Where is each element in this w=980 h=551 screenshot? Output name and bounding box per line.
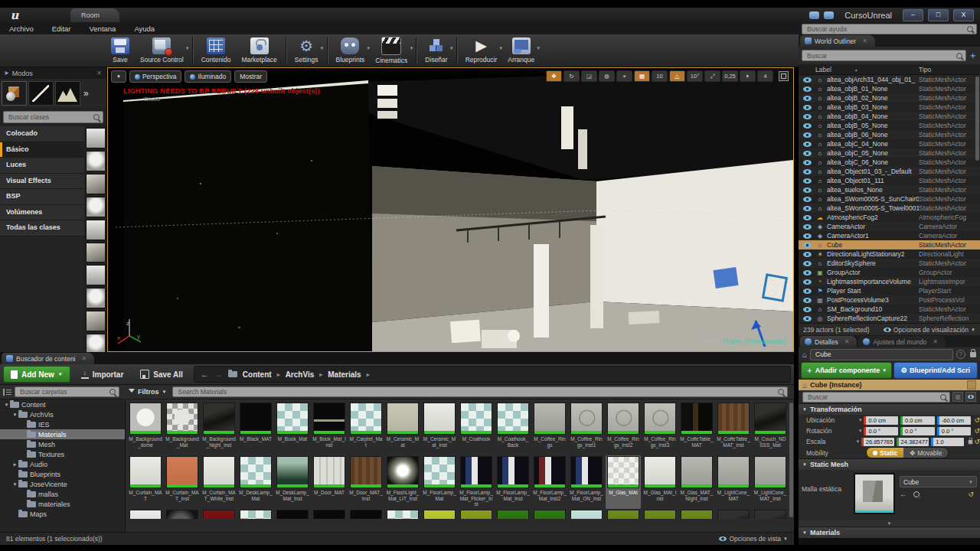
visibility-icon[interactable] [803, 289, 812, 294]
location-z-field[interactable]: -60.0 cm [937, 416, 972, 425]
actor-name-input[interactable] [814, 350, 949, 359]
folder-item-materials[interactable]: Materials [0, 429, 125, 439]
asset-tile[interactable]: M_Black_MAT [238, 402, 273, 455]
placeable-item-thumbnail[interactable] [86, 174, 106, 194]
use-selected-icon[interactable]: ← [900, 490, 907, 498]
translate-tool-button[interactable]: ✥ [546, 70, 562, 82]
asset-tile[interactable]: M_FlashLight_Mat_LIT_Inst [385, 455, 420, 509]
category-bsp[interactable]: BSP [0, 189, 84, 205]
visibility-icon[interactable] [803, 224, 812, 230]
minimize-button[interactable]: – [903, 9, 923, 21]
close-icon[interactable]: ✕ [844, 338, 850, 345]
asset-tile[interactable]: M_FloorLamp_Mat [422, 455, 457, 509]
chevron-down-icon[interactable]: ▼ [185, 46, 190, 51]
visibility-icon[interactable] [803, 77, 812, 83]
visibility-icon[interactable] [803, 169, 812, 174]
visibility-icon[interactable] [803, 151, 812, 156]
outliner-row[interactable]: ⌂altea_objB_02_NoneStaticMeshActor [799, 93, 980, 103]
asset-tile[interactable]: M_Door_MAT_Inst [348, 455, 384, 509]
actor-name-field[interactable] [810, 349, 953, 360]
camera-speed-value[interactable]: 4 [757, 70, 773, 82]
visibility-icon[interactable] [803, 178, 812, 184]
menu-ayuda[interactable]: Ayuda [125, 24, 164, 33]
surface-snap-button[interactable]: ⌖ [616, 70, 632, 82]
asset-tile[interactable]: M_Background_Mat [165, 402, 200, 455]
angle-snap-button[interactable]: △ [669, 70, 685, 82]
angle-snap-value[interactable]: 10° [687, 70, 703, 82]
scale-lock-icon[interactable] [969, 439, 973, 444]
asset-tile[interactable]: M_Curtain_MAT_White_Inst [201, 455, 237, 509]
outliner-row[interactable]: ⌂altea_suelos_NoneStaticMeshActor [799, 185, 980, 194]
outliner-row[interactable]: ◎SphereReflectionCapture22SphereReflecti… [799, 314, 980, 323]
category-luces[interactable]: Luces [0, 158, 84, 174]
bug-report-icon[interactable] [824, 11, 834, 19]
asset-tile[interactable]: M_Door_MAT [312, 455, 347, 509]
menu-archivo[interactable]: Archivo [0, 24, 43, 33]
breadcrumb-content[interactable]: Content [243, 370, 272, 379]
grid-snap-button[interactable]: ▦ [634, 70, 650, 82]
outliner-row[interactable]: ⌂altea_objC_04_NoneStaticMeshActor [799, 139, 980, 148]
landscape-mode-button[interactable] [55, 81, 80, 106]
outliner-row[interactable]: ☁AtmosphericFog2AtmosphericFog [799, 213, 980, 222]
asset-tile[interactable] [753, 509, 788, 519]
chevron-down-icon[interactable]: ▼ [858, 429, 864, 433]
folder-item-audio[interactable]: ▸Audio [0, 459, 125, 469]
toolbar-save-button[interactable]: Save [106, 35, 135, 66]
details-search-input[interactable] [806, 393, 940, 402]
visibility-icon[interactable] [803, 270, 812, 276]
outliner-row[interactable]: ⌂altea_objB_04_NoneStaticMeshActor [799, 112, 980, 121]
folder-search[interactable] [15, 386, 119, 397]
static-mesh-dropdown[interactable]: Cube▼ [900, 476, 977, 487]
toolbar-marketplace-button[interactable]: Marketplace [236, 35, 282, 66]
column-type[interactable]: Tipo [919, 66, 980, 73]
back-button[interactable]: ← [201, 370, 209, 379]
asset-tile[interactable] [459, 509, 494, 519]
asset-scrollbar[interactable] [789, 403, 793, 517]
visibility-icon[interactable] [803, 114, 812, 119]
outliner-row[interactable]: ⌂altea_objC_06_NoneStaticMeshActor [799, 158, 980, 167]
paint-mode-button[interactable] [28, 81, 54, 106]
category-colocado-recientemente[interactable]: Colocado recientemente [0, 126, 84, 142]
close-icon[interactable]: ✕ [82, 355, 87, 362]
breadcrumb-archvis[interactable]: ArchVis [286, 370, 315, 379]
outliner-row[interactable]: ⌂altea_SWom0005-S_SunChair0StaticMeshAct… [799, 194, 980, 204]
help-search[interactable] [802, 24, 977, 34]
maximize-button[interactable]: □ [928, 9, 949, 21]
scale-snap-button[interactable]: ⤢ [704, 70, 720, 82]
viewport[interactable]: ▼ Perspectiva Iluminado Mostrar ✥ ↻ ◲ ◍ … [107, 67, 794, 352]
category-b-sico[interactable]: Básico [0, 142, 84, 158]
visibility-icon[interactable] [803, 132, 812, 138]
outliner-row[interactable]: ◈CameraActorCameraActor [799, 222, 980, 231]
asset-tile[interactable]: M_DeskLamp_Mat [238, 455, 273, 509]
category-visual-effects[interactable]: Visual Effects [0, 174, 84, 190]
outliner-search-input[interactable] [805, 51, 956, 60]
toolbar-contenido-button[interactable]: Contenido [196, 35, 237, 66]
outliner-row[interactable]: ◈CameraActor1CameraActor [799, 231, 980, 240]
asset-tile[interactable]: M_Glas_MAt [606, 455, 641, 509]
asset-search[interactable] [172, 386, 788, 397]
visibility-icon[interactable] [803, 233, 812, 239]
browse-icon[interactable] [913, 491, 920, 497]
visibility-icon[interactable] [803, 187, 812, 193]
outliner-row[interactable]: ▣GroupActorGroupActor [799, 268, 980, 277]
asset-tile[interactable] [716, 509, 751, 519]
outliner-row[interactable]: ⌂altea_Object01_111StaticMeshActor [799, 176, 980, 185]
outliner-row[interactable]: ⌂altea_objB_03_NoneStaticMeshActor [799, 103, 980, 112]
breadcrumb-materials[interactable]: Materials [328, 370, 361, 379]
collapse-icon[interactable]: ▼ [802, 407, 807, 412]
add-new-button[interactable]: Add New ▼ [3, 366, 70, 383]
mobility-movable-button[interactable]: ✥ Movable [903, 448, 948, 458]
visibility-icon[interactable] [803, 261, 812, 266]
chevron-down-icon[interactable]: ▼ [320, 46, 325, 51]
outliner-row[interactable]: ☀DirectionalLightStationary2DirectionalL… [799, 249, 980, 259]
scale-y-field[interactable]: 24.382477 [897, 438, 929, 446]
asset-tile[interactable] [165, 509, 200, 519]
outliner-row[interactable]: ⌂CubeStaticMeshActor [799, 240, 980, 249]
folder-search-input[interactable] [18, 387, 109, 396]
outliner-row[interactable]: ⌂altea_objArch31_044_obj_01_StaticMeshAc… [799, 75, 980, 84]
asset-tile[interactable]: M_Background_dome [128, 402, 163, 455]
outliner-scrollbar[interactable] [975, 77, 979, 161]
scale-z-field[interactable]: 1.0 [931, 438, 964, 446]
outliner-row[interactable]: ⌂altea_objB_01_NoneStaticMeshActor [799, 84, 980, 93]
tab-world-settings[interactable]: Ajustes del mundo ✕ [858, 336, 946, 347]
